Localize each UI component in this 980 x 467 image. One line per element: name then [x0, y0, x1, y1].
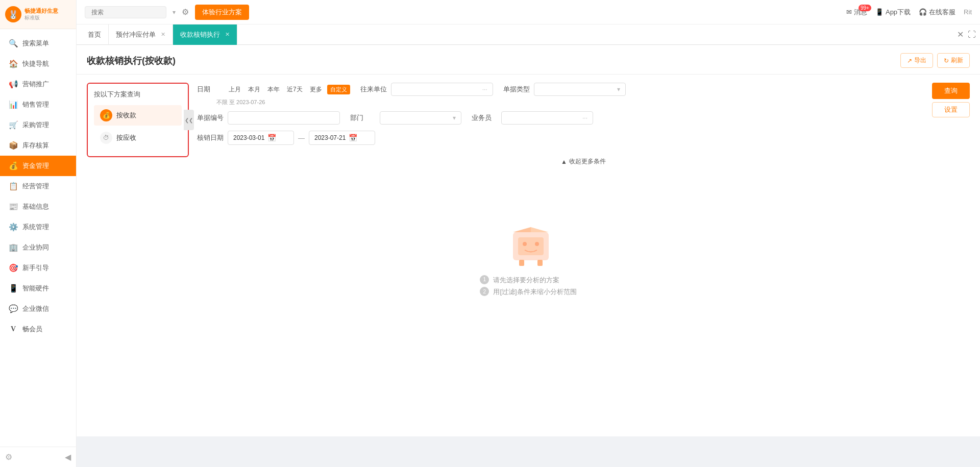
sidebar-item-label: 系统管理 — [22, 223, 49, 232]
topbar-right: ✉ 消息 99+ 📱 App下载 🎧 在线客服 Rit — [846, 8, 972, 17]
counterpart-label: 往来单位 — [360, 85, 387, 94]
dept-chevron: ▾ — [453, 114, 456, 121]
panel-collapse-btn[interactable]: ❮❮ — [184, 110, 194, 130]
counterpart-select[interactable]: ··· — [391, 83, 493, 96]
sidebar-item-quick-nav[interactable]: 🏠 快捷导航 — [0, 54, 76, 74]
filter-item-verify-date: 核销日期 2023-03-01 📅 — 2023-07-21 — [197, 131, 375, 145]
salesman-dots[interactable]: ··· — [582, 114, 587, 121]
filter-fields: 日期 上月 本月 本年 近7天 更多 自定义 — [197, 83, 922, 145]
logo-sub: 标准版 — [24, 14, 58, 21]
refresh-button[interactable]: ↻ 刷新 — [937, 53, 970, 68]
calendar-to-icon[interactable]: 📅 — [349, 134, 357, 142]
svg-rect-4 — [519, 260, 524, 266]
sidebar-item-operations[interactable]: 📋 经营管理 — [0, 176, 76, 196]
tab-prepay[interactable]: 预付冲应付单 ✕ — [109, 24, 173, 45]
dept-select[interactable]: ▾ — [380, 111, 461, 125]
window-expand-icon[interactable]: ⛶ — [968, 30, 976, 39]
industry-btn[interactable]: 体验行业方案 — [195, 5, 249, 20]
sidebar-logo: 🐰 畅捷通好生意 标准版 — [0, 0, 76, 29]
basic-info-icon: 📰 — [8, 202, 18, 212]
sidebar-item-basic-info[interactable]: 📰 基础信息 — [0, 196, 76, 217]
chevron-down-icon[interactable]: ▾ — [173, 9, 176, 16]
date-separator: — — [298, 134, 305, 142]
tab-home[interactable]: 首页 — [81, 24, 109, 45]
voucher-no-label: 单据编号 — [197, 113, 224, 122]
voucher-no-input[interactable] — [228, 111, 340, 125]
message-badge: 99+ — [859, 5, 871, 11]
sidebar-item-marketing[interactable]: 📢 营销推广 — [0, 74, 76, 94]
sales-icon: 📊 — [8, 100, 18, 110]
sidebar-item-inventory[interactable]: 📦 库存核算 — [0, 135, 76, 156]
filter-item-voucher-no: 单据编号 — [197, 111, 340, 125]
date-tab-this-year[interactable]: 本年 — [265, 84, 282, 95]
sidebar-nav: 🔍 搜索菜单 🏠 快捷导航 📢 营销推广 📊 销售管理 🛒 采购管理 📦 库存核… — [0, 29, 76, 447]
settings-bottom-icon[interactable]: ⚙ — [5, 452, 12, 462]
user-name: Rit — [964, 8, 972, 16]
filter-panel-title: 按以下方案查询 — [94, 90, 182, 99]
filter-option-receivable[interactable]: ⏱ 按应收 — [94, 128, 182, 148]
sidebar-item-purchase[interactable]: 🛒 采购管理 — [0, 115, 76, 135]
gear-icon[interactable]: ⚙ — [182, 7, 189, 17]
date-tab-custom[interactable]: 自定义 — [327, 85, 350, 94]
sidebar-bottom: ⚙ ◀ — [0, 447, 76, 467]
voucher-type-select[interactable]: ▾ — [534, 83, 626, 96]
verify-date-from-value: 2023-03-01 — [233, 134, 264, 141]
date-tab-7days[interactable]: 近7天 — [285, 84, 305, 95]
message-btn[interactable]: ✉ 消息 99+ — [846, 8, 867, 17]
filter-option-receipt[interactable]: 💰 按收款 — [94, 105, 182, 126]
sidebar-item-label: 采购管理 — [22, 120, 49, 130]
query-button[interactable]: 查询 — [932, 83, 970, 99]
sidebar-item-search[interactable]: 🔍 搜索菜单 — [0, 33, 76, 54]
hint-num-2: 2 — [480, 287, 489, 296]
app-icon: 📱 — [875, 8, 884, 16]
empty-state: 1 请先选择要分析的方案 2 用[过滤]条件来缩小分析范围 — [77, 176, 980, 339]
filter-row-1: 日期 上月 本月 本年 近7天 更多 自定义 — [197, 83, 970, 145]
window-close-icon[interactable]: ✕ — [957, 30, 964, 39]
date-label: 日期 — [197, 85, 223, 94]
date-tab-more[interactable]: 更多 — [308, 84, 324, 95]
verify-date-from-input[interactable]: 2023-03-01 📅 — [228, 131, 294, 145]
sidebar-item-system[interactable]: ⚙️ 系统管理 — [0, 217, 76, 237]
message-icon: ✉ — [846, 8, 852, 16]
tab-receipts[interactable]: 收款核销执行 ✕ — [173, 24, 237, 45]
sidebar-item-label: 经营管理 — [22, 182, 49, 191]
export-button[interactable]: ↗ 导出 — [900, 53, 933, 68]
filter-item-salesman: 业务员 ··· — [472, 111, 593, 125]
sidebar-item-hardware[interactable]: 📱 智能硬件 — [0, 278, 76, 299]
query-actions: 查询 设置 — [932, 83, 970, 117]
sidebar-item-sales[interactable]: 📊 销售管理 — [0, 94, 76, 115]
export-label: 导出 — [914, 56, 926, 65]
marketing-icon: 📢 — [8, 79, 18, 89]
sidebar-item-label: 智能硬件 — [22, 284, 49, 293]
tab-prepay-close-icon[interactable]: ✕ — [161, 31, 165, 38]
sidebar-item-member[interactable]: V 畅会员 — [0, 319, 76, 339]
tab-receipts-close-icon[interactable]: ✕ — [225, 31, 230, 38]
verify-date-to-input[interactable]: 2023-07-21 📅 — [309, 131, 375, 145]
svg-rect-1 — [518, 237, 544, 255]
search-icon: 🔍 — [8, 38, 18, 48]
online-service-btn[interactable]: 🎧 在线客服 — [919, 8, 955, 17]
receipt-icon: 💰 — [100, 109, 112, 121]
system-icon: ⚙️ — [8, 222, 18, 232]
calendar-from-icon[interactable]: 📅 — [267, 134, 276, 142]
svg-point-2 — [523, 242, 527, 246]
counterpart-dots[interactable]: ··· — [482, 86, 487, 93]
filter-item-counterpart: 往来单位 ··· — [360, 83, 493, 96]
collapse-more-btn[interactable]: ▲ 收起更多条件 — [197, 155, 970, 168]
verify-date-label: 核销日期 — [197, 133, 224, 142]
sidebar-item-enterprise[interactable]: 🏢 企业协同 — [0, 237, 76, 258]
date-hint: 不限 至 2023-07-26 — [216, 99, 265, 105]
sidebar-item-wechat[interactable]: 💬 企业微信 — [0, 299, 76, 319]
date-tab-last-month[interactable]: 上月 — [227, 84, 243, 95]
topbar-search-input[interactable] — [85, 6, 166, 18]
sidebar-item-label: 企业微信 — [22, 304, 49, 313]
sidebar-item-finance[interactable]: 💰 资金管理 — [0, 156, 76, 176]
settings-button[interactable]: 设置 — [932, 102, 970, 117]
date-tab-this-month[interactable]: 本月 — [246, 84, 262, 95]
app-download-btn[interactable]: 📱 App下载 — [875, 8, 911, 17]
collapse-sidebar-icon[interactable]: ◀ — [65, 452, 71, 462]
filter-right: 日期 上月 本月 本年 近7天 更多 自定义 — [197, 83, 970, 168]
salesman-select[interactable]: ··· — [501, 111, 593, 125]
sidebar-item-guide[interactable]: 🎯 新手引导 — [0, 258, 76, 278]
sidebar-item-label: 营销推广 — [22, 80, 49, 89]
